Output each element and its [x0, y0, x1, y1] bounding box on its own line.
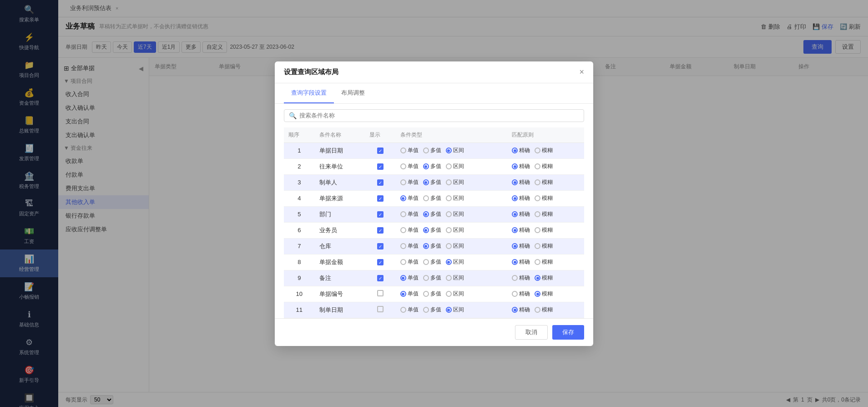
radio-condition-multi-7[interactable]: 多值 [423, 242, 441, 250]
checkbox-show-3[interactable]: ✓ [377, 179, 384, 186]
radio-match-fuzzy-11[interactable]: 模糊 [535, 306, 553, 314]
radio-condition-multi-11[interactable]: 多值 [423, 306, 441, 314]
row-condition-10[interactable]: 单值多值区间 [396, 286, 508, 302]
cancel-button[interactable]: 取消 [515, 325, 548, 340]
row-match-7[interactable]: 精确模糊 [507, 238, 584, 254]
radio-condition-multi-6[interactable]: 多值 [423, 226, 441, 234]
row-condition-9[interactable]: 单值多值区间 [396, 270, 508, 286]
row-match-8[interactable]: 精确模糊 [507, 254, 584, 270]
radio-match-fuzzy-5[interactable]: 模糊 [535, 210, 553, 218]
radio-match-exact-10[interactable]: 精确 [512, 290, 530, 298]
radio-condition-single-7[interactable]: 单值 [400, 242, 419, 250]
row-show-9[interactable]: ✓ [365, 270, 396, 286]
save-button[interactable]: 保存 [552, 325, 584, 340]
radio-condition-range-1[interactable]: 区间 [446, 147, 464, 154]
radio-match-fuzzy-7[interactable]: 模糊 [535, 242, 553, 250]
radio-match-exact-9[interactable]: 精确 [512, 274, 530, 282]
radio-match-exact-2[interactable]: 精确 [512, 163, 530, 170]
row-show-6[interactable]: ✓ [365, 222, 396, 238]
radio-condition-multi-8[interactable]: 多值 [423, 258, 441, 266]
radio-condition-range-11[interactable]: 区间 [446, 306, 464, 314]
row-match-10[interactable]: 精确模糊 [507, 286, 584, 302]
row-match-4[interactable]: 精确模糊 [507, 190, 584, 206]
row-condition-7[interactable]: 单值多值区间 [396, 238, 508, 254]
row-match-2[interactable]: 精确模糊 [507, 158, 584, 174]
checkbox-show-2[interactable]: ✓ [377, 163, 384, 170]
radio-match-fuzzy-3[interactable]: 模糊 [535, 178, 553, 186]
radio-match-fuzzy-2[interactable]: 模糊 [535, 163, 553, 170]
checkbox-show-9[interactable]: ✓ [377, 275, 384, 281]
radio-condition-multi-9[interactable]: 多值 [423, 274, 441, 282]
row-match-9[interactable]: 精确模糊 [507, 270, 584, 286]
row-show-2[interactable]: ✓ [365, 158, 396, 174]
radio-match-exact-8[interactable]: 精确 [512, 258, 530, 266]
radio-match-exact-7[interactable]: 精确 [512, 242, 530, 250]
checkbox-show-6[interactable]: ✓ [377, 227, 384, 234]
radio-match-exact-4[interactable]: 精确 [512, 194, 530, 202]
row-condition-1[interactable]: 单值多值区间 [396, 142, 508, 158]
radio-condition-multi-4[interactable]: 多值 [423, 194, 441, 202]
row-match-11[interactable]: 精确模糊 [507, 302, 584, 318]
radio-match-exact-5[interactable]: 精确 [512, 210, 530, 218]
radio-match-exact-3[interactable]: 精确 [512, 178, 530, 186]
row-match-5[interactable]: 精确模糊 [507, 206, 584, 222]
row-show-8[interactable]: ✓ [365, 254, 396, 270]
radio-condition-range-4[interactable]: 区间 [446, 194, 464, 202]
row-condition-2[interactable]: 单值多值区间 [396, 158, 508, 174]
row-condition-3[interactable]: 单值多值区间 [396, 174, 508, 190]
radio-match-fuzzy-6[interactable]: 模糊 [535, 226, 553, 234]
row-condition-4[interactable]: 单值多值区间 [396, 190, 508, 206]
radio-condition-multi-2[interactable]: 多值 [423, 163, 441, 170]
checkbox-show-1[interactable]: ✓ [377, 148, 384, 154]
radio-condition-range-8[interactable]: 区间 [446, 258, 464, 266]
row-condition-8[interactable]: 单值多值区间 [396, 254, 508, 270]
radio-condition-single-10[interactable]: 单值 [400, 290, 419, 298]
radio-match-fuzzy-8[interactable]: 模糊 [535, 258, 553, 266]
radio-condition-single-5[interactable]: 单值 [400, 210, 419, 218]
radio-condition-single-11[interactable]: 单值 [400, 306, 419, 314]
radio-condition-single-3[interactable]: 单值 [400, 178, 419, 186]
checkbox-show-7[interactable]: ✓ [377, 243, 384, 249]
checkbox-show-4[interactable]: ✓ [377, 195, 384, 202]
radio-match-fuzzy-9[interactable]: 模糊 [535, 274, 553, 282]
radio-condition-range-7[interactable]: 区间 [446, 242, 464, 250]
checkbox-show-10[interactable] [377, 290, 384, 296]
radio-condition-range-5[interactable]: 区间 [446, 210, 464, 218]
modal-close-btn[interactable]: × [579, 68, 584, 76]
radio-condition-range-9[interactable]: 区间 [446, 274, 464, 282]
row-show-5[interactable]: ✓ [365, 206, 396, 222]
row-show-3[interactable]: ✓ [365, 174, 396, 190]
radio-match-exact-6[interactable]: 精确 [512, 226, 530, 234]
checkbox-show-5[interactable]: ✓ [377, 211, 384, 218]
row-match-3[interactable]: 精确模糊 [507, 174, 584, 190]
radio-condition-multi-10[interactable]: 多值 [423, 290, 441, 298]
radio-condition-multi-3[interactable]: 多值 [423, 178, 441, 186]
row-condition-5[interactable]: 单值多值区间 [396, 206, 508, 222]
row-match-6[interactable]: 精确模糊 [507, 222, 584, 238]
radio-match-fuzzy-10[interactable]: 模糊 [535, 290, 553, 298]
search-input[interactable] [299, 112, 390, 119]
radio-condition-range-2[interactable]: 区间 [446, 163, 464, 170]
checkbox-show-11[interactable] [377, 306, 384, 312]
row-show-11[interactable] [365, 302, 396, 318]
radio-match-exact-1[interactable]: 精确 [512, 147, 530, 154]
modal-tab-field-settings[interactable]: 查询字段设置 [284, 83, 334, 103]
radio-condition-multi-5[interactable]: 多值 [423, 210, 441, 218]
radio-condition-multi-1[interactable]: 多值 [423, 147, 441, 154]
radio-condition-single-1[interactable]: 单值 [400, 147, 419, 154]
radio-condition-single-4[interactable]: 单值 [400, 194, 419, 202]
row-match-1[interactable]: 精确模糊 [507, 142, 584, 158]
radio-match-fuzzy-4[interactable]: 模糊 [535, 194, 553, 202]
row-show-7[interactable]: ✓ [365, 238, 396, 254]
radio-condition-single-9[interactable]: 单值 [400, 274, 419, 282]
row-show-10[interactable] [365, 286, 396, 302]
radio-condition-range-6[interactable]: 区间 [446, 226, 464, 234]
checkbox-show-8[interactable]: ✓ [377, 259, 384, 265]
row-show-1[interactable]: ✓ [365, 142, 396, 158]
radio-condition-range-10[interactable]: 区间 [446, 290, 464, 298]
row-condition-6[interactable]: 单值多值区间 [396, 222, 508, 238]
radio-condition-range-3[interactable]: 区间 [446, 178, 464, 186]
radio-condition-single-6[interactable]: 单值 [400, 226, 419, 234]
row-show-4[interactable]: ✓ [365, 190, 396, 206]
radio-condition-single-2[interactable]: 单值 [400, 163, 419, 170]
